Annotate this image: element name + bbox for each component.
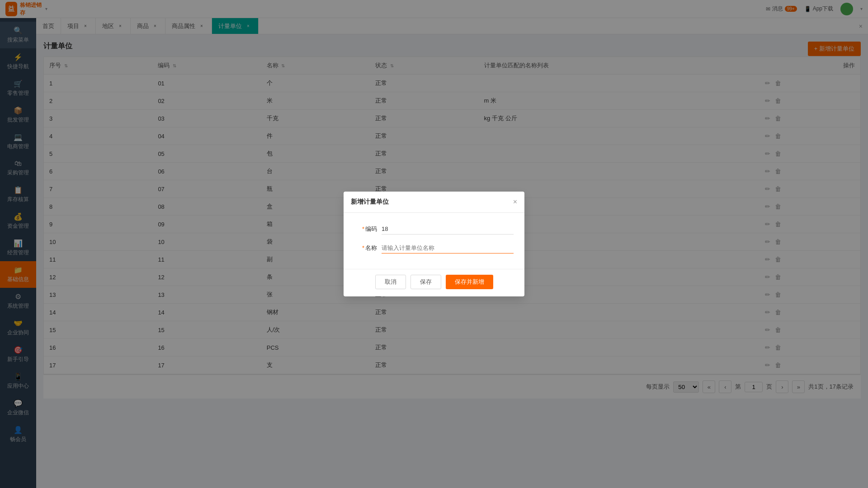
form-row-name: *名称 [354, 243, 514, 253]
form-row-code: *编码 [354, 224, 514, 235]
name-required-mark: * [362, 244, 364, 251]
save-and-new-button[interactable]: 保存并新增 [446, 275, 493, 289]
code-field-label: *编码 [354, 225, 382, 233]
code-required-mark: * [362, 225, 364, 232]
modal-body: *编码 *名称 [344, 213, 524, 269]
name-field-label: *名称 [354, 244, 382, 252]
modal-overlay: 新增计量单位 × *编码 *名称 取消 保存 保存并新增 [0, 0, 868, 488]
cancel-button[interactable]: 取消 [375, 275, 406, 289]
add-unit-modal: 新增计量单位 × *编码 *名称 取消 保存 保存并新增 [344, 192, 524, 296]
modal-title: 新增计量单位 [351, 198, 389, 206]
name-input[interactable] [382, 243, 514, 253]
modal-close-button[interactable]: × [513, 198, 517, 206]
modal-footer: 取消 保存 保存并新增 [344, 269, 524, 296]
code-input[interactable] [382, 224, 514, 235]
modal-header: 新增计量单位 × [344, 192, 524, 213]
save-button[interactable]: 保存 [410, 275, 441, 289]
